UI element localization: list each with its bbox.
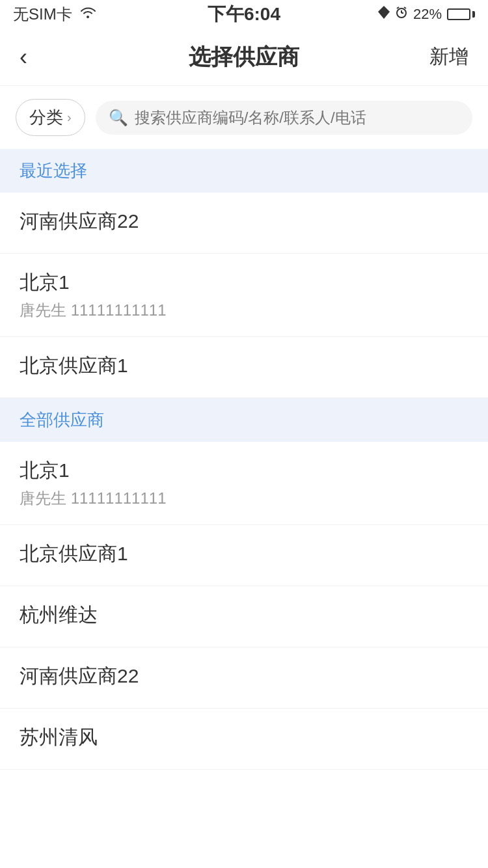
item-name: 北京1 [20,457,468,484]
search-input-wrap: 🔍 [96,101,472,135]
recent-items-list: 河南供应商22北京1唐先生 11111111111北京供应商1 [0,193,488,398]
page-title: 选择供应商 [189,42,299,72]
list-item[interactable]: 北京1唐先生 11111111111 [0,442,488,525]
item-name: 杭州维达 [20,602,468,629]
status-left: 无SIM卡 [13,4,97,25]
list-item[interactable]: 苏州清风 [0,709,488,770]
search-icon: 🔍 [109,109,128,127]
category-label: 分类 [29,106,63,129]
add-button[interactable]: 新增 [429,44,468,70]
item-name: 北京供应商1 [20,353,468,379]
category-button[interactable]: 分类 › [16,99,85,136]
svg-line-3 [397,7,399,8]
wifi-icon [79,5,97,23]
nav-bar: ‹ 选择供应商 新增 [0,29,488,86]
item-name: 北京供应商1 [20,541,468,567]
item-sub: 唐先生 11111111111 [20,488,468,509]
list-item[interactable]: 北京供应商1 [0,525,488,586]
search-bar: 分类 › 🔍 [0,86,488,149]
all-section-header: 全部供应商 [0,398,488,442]
carrier-text: 无SIM卡 [13,4,72,25]
recent-section-header: 最近选择 [0,149,488,193]
item-name: 河南供应商22 [20,663,468,690]
status-right: 22% [378,6,475,23]
recent-section-label: 最近选择 [20,161,87,180]
alarm-icon [395,6,408,23]
list-item[interactable]: 北京供应商1 [0,337,488,398]
list-item[interactable]: 河南供应商22 [0,193,488,254]
location-icon [378,6,390,23]
list-item[interactable]: 杭州维达 [0,586,488,647]
item-name: 苏州清风 [20,724,468,751]
item-sub: 唐先生 11111111111 [20,300,468,321]
all-items-list: 北京1唐先生 11111111111北京供应商1杭州维达河南供应商22苏州清风 [0,442,488,770]
status-bar: 无SIM卡 下午6:04 22% [0,0,488,29]
status-time: 下午6:04 [208,2,280,27]
list-item[interactable]: 河南供应商22 [0,647,488,709]
all-section-label: 全部供应商 [20,410,104,429]
battery-percent: 22% [413,6,442,23]
battery-icon [447,8,475,20]
item-name: 北京1 [20,269,468,296]
search-input[interactable] [135,109,459,127]
back-button[interactable]: ‹ [20,44,59,71]
chevron-right-icon: › [67,110,72,125]
list-item[interactable]: 北京1唐先生 11111111111 [0,254,488,337]
svg-line-4 [404,7,406,8]
item-name: 河南供应商22 [20,208,468,235]
